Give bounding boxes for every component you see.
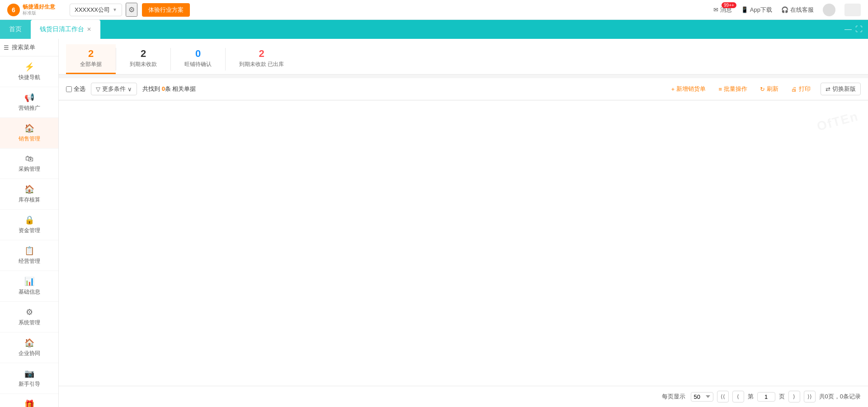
settings-button[interactable]: ⚙ <box>126 3 137 17</box>
next-page-button[interactable]: ⟩ <box>788 391 800 402</box>
stat-tab-wangpu[interactable]: 0 旺铺待确认 <box>171 44 225 74</box>
app-download-button[interactable]: 📱 App下载 <box>741 6 772 14</box>
sidebar-item-marketing[interactable]: 📢 营销推广 <box>0 87 58 118</box>
app-center-icon: 🎁 <box>24 399 34 407</box>
company-selector[interactable]: XXXXXX公司 ▼ <box>70 4 122 16</box>
maximize-tab-button[interactable]: ⛶ <box>855 25 863 33</box>
prev-page-button[interactable]: ⟨ <box>732 391 744 402</box>
message-icon: ✉ <box>713 6 718 13</box>
sidebar-item-purchase-label: 采购管理 <box>19 165 40 173</box>
sidebar-item-newbie[interactable]: 📷 新手引导 <box>0 363 58 394</box>
last-page-button[interactable]: ⟩⟩ <box>804 391 816 402</box>
pagination: 每页显示 50 10 20 100 ⟨⟨ ⟨ 第 页 ⟩ ⟩⟩ 共0页，0条记录 <box>59 386 868 407</box>
stat-shipped-number: 2 <box>259 48 264 60</box>
sidebar-item-finance-label: 资金管理 <box>19 227 40 234</box>
first-page-button[interactable]: ⟨⟨ <box>717 391 729 402</box>
sidebar-item-purchase[interactable]: 🛍 采购管理 <box>0 149 58 179</box>
count-number: 0 <box>162 85 165 92</box>
watermark: OfTEn <box>815 109 860 134</box>
page-size-label: 每页显示 <box>662 393 685 401</box>
count-text: 共找到 0条 相关单据 <box>142 85 196 93</box>
switch-icon: ⇄ <box>826 86 830 93</box>
page-size-select[interactable]: 50 10 20 100 <box>691 392 713 402</box>
print-button[interactable]: 🖨 打印 <box>788 83 813 95</box>
online-service-button[interactable]: 🎧 在线客服 <box>781 6 814 14</box>
close-tab-icon[interactable]: ✕ <box>87 26 91 33</box>
sidebar-item-operations[interactable]: 📋 经营管理 <box>0 240 58 271</box>
sidebar-item-enterprise[interactable]: 🏠 企业协同 <box>0 332 58 363</box>
base-info-icon: 📊 <box>24 276 34 286</box>
refresh-label: 刷新 <box>767 85 778 93</box>
trial-button[interactable]: 体验行业方案 <box>142 3 190 17</box>
messages-button[interactable]: ✉ 消息 99+ <box>713 6 732 14</box>
switch-version-button[interactable]: ⇄ 切换新版 <box>821 83 861 95</box>
table-area: OfTEn <box>59 101 868 386</box>
operations-icon: 📋 <box>24 246 34 256</box>
stat-tab-shipped[interactable]: 2 到期未收款 已出库 <box>226 44 297 74</box>
batch-icon: ≡ <box>718 86 722 93</box>
inventory-icon: 🏠 <box>24 184 34 194</box>
sidebar: ☰ 搜索菜单 ⚡ 快捷导航 📢 营销推广 🏠 销售管理 🛍 采购管理 🏠 库存核… <box>0 39 59 407</box>
page-text: 第 <box>748 393 754 401</box>
sidebar-item-enterprise-label: 企业协同 <box>19 350 40 357</box>
sidebar-item-sales[interactable]: 🏠 销售管理 <box>0 118 58 149</box>
print-icon: 🖨 <box>791 86 797 93</box>
sidebar-item-quick-nav[interactable]: ⚡ 快捷导航 <box>0 56 58 87</box>
stat-tab-all[interactable]: 2 全部单据 <box>66 44 116 74</box>
headset-icon: 🎧 <box>781 6 788 13</box>
tab-home[interactable]: 首页 <box>0 20 31 39</box>
sidebar-item-base-info[interactable]: 📊 基础信息 <box>0 271 58 302</box>
stat-all-label: 全部单据 <box>80 61 102 68</box>
tab-home-label: 首页 <box>9 25 22 33</box>
select-all-input[interactable] <box>66 86 72 92</box>
phone-icon: 📱 <box>741 6 748 13</box>
content-area: 2 全部单据 2 到期未收款 0 旺铺待确认 2 到期未收款 已出库 <box>59 39 868 407</box>
enterprise-icon: 🏠 <box>24 338 34 348</box>
batch-operation-button[interactable]: ≡ 批量操作 <box>716 83 750 95</box>
stat-wangpu-number: 0 <box>195 48 201 60</box>
sidebar-item-app-center[interactable]: 🎁 应用中心 <box>0 394 58 407</box>
stat-overdue-label: 到期未收款 <box>130 61 157 68</box>
total-text: 共0页，0条记录 <box>819 393 861 401</box>
logo-main-text: 畅捷通好生意 <box>23 4 55 10</box>
filter-arrow-icon: ∨ <box>127 86 132 93</box>
select-all-checkbox[interactable]: 全选 <box>66 85 85 93</box>
batch-label: 批量操作 <box>724 85 747 93</box>
nav-tabs-right: — ⛶ <box>844 25 868 33</box>
stats-tabs: 2 全部单据 2 到期未收款 0 旺铺待确认 2 到期未收款 已出库 <box>59 39 868 75</box>
stat-all-number: 2 <box>88 48 94 60</box>
page-number-input[interactable] <box>757 392 775 402</box>
avatar[interactable] <box>823 4 835 16</box>
sidebar-item-system-label: 系统管理 <box>19 319 40 327</box>
sidebar-item-operations-label: 经营管理 <box>19 257 40 265</box>
top-header: 6 畅捷通好生意 标准版 XXXXXX公司 ▼ ⚙ 体验行业方案 ✉ 消息 99… <box>0 0 868 20</box>
marketing-icon: 📢 <box>24 93 34 103</box>
add-sales-order-button[interactable]: + 新增销货单 <box>669 83 709 95</box>
finance-icon: 🔒 <box>24 215 34 225</box>
stat-overdue-number: 2 <box>141 48 146 60</box>
nav-tabs-bar: 首页 钱货日清工作台 ✕ — ⛶ <box>0 20 868 39</box>
minimize-tab-button[interactable]: — <box>844 25 852 33</box>
purchase-icon: 🛍 <box>25 154 33 164</box>
stat-tab-overdue[interactable]: 2 到期未收款 <box>116 44 170 74</box>
sidebar-item-base-info-label: 基础信息 <box>19 288 40 296</box>
chevron-down-icon: ▼ <box>113 7 117 12</box>
sidebar-item-finance[interactable]: 🔒 资金管理 <box>0 210 58 240</box>
company-name: XXXXXX公司 <box>75 6 110 14</box>
header-right: ✉ 消息 99+ 📱 App下载 🎧 在线客服 <box>713 4 861 16</box>
app-download-label: App下载 <box>750 6 772 14</box>
search-menu-button[interactable]: ☰ 搜索菜单 <box>0 39 58 56</box>
search-icon: ☰ <box>4 44 9 51</box>
sidebar-item-system[interactable]: ⚙ 系统管理 <box>0 302 58 332</box>
stat-shipped-label: 到期未收款 已出库 <box>239 61 284 68</box>
user-menu[interactable] <box>844 4 861 16</box>
online-service-label: 在线客服 <box>790 6 814 14</box>
tab-qianhuoriqing[interactable]: 钱货日清工作台 ✕ <box>31 20 100 39</box>
sidebar-item-inventory-label: 库存核算 <box>19 196 40 204</box>
sidebar-item-inventory[interactable]: 🏠 库存核算 <box>0 179 58 210</box>
stat-wangpu-label: 旺铺待确认 <box>184 61 212 68</box>
sidebar-item-marketing-label: 营销推广 <box>19 104 40 112</box>
sales-icon: 🏠 <box>24 123 34 133</box>
refresh-button[interactable]: ↻ 刷新 <box>757 83 781 95</box>
filter-button[interactable]: ▽ 更多条件 ∨ <box>91 83 137 95</box>
